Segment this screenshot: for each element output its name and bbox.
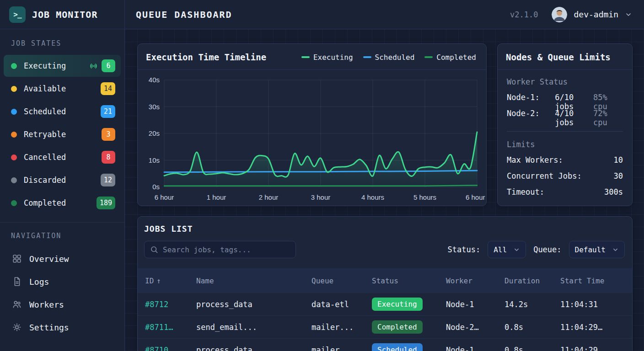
legend-item-scheduled[interactable]: Scheduled bbox=[363, 53, 415, 62]
status-badge: Completed bbox=[372, 320, 423, 334]
users-icon bbox=[12, 299, 22, 309]
sidebar-item-scheduled[interactable]: Scheduled21 bbox=[4, 101, 121, 122]
status-badge: Scheduled bbox=[372, 343, 423, 351]
state-count-badge: 14 bbox=[101, 82, 115, 95]
queue-filter-select[interactable]: Default bbox=[569, 241, 625, 258]
limit-row: Timeout:300s bbox=[507, 187, 623, 203]
status-badge: Executing bbox=[372, 298, 423, 311]
worker-cpu: 72% cpu bbox=[593, 109, 623, 127]
app-brand: >_ JOB MONITOR bbox=[0, 0, 125, 29]
state-dot bbox=[11, 109, 17, 115]
state-count-badge: 6 bbox=[102, 59, 115, 72]
svg-text:2 hour: 2 hour bbox=[259, 193, 279, 201]
job-worker: Node-1 bbox=[446, 346, 504, 351]
worker-name: Node-2: bbox=[507, 109, 547, 118]
nav-label: Logs bbox=[29, 277, 49, 287]
state-label: Cancelled bbox=[24, 153, 66, 162]
job-id-link[interactable]: #8710 bbox=[145, 346, 196, 351]
timeline-chart-canvas: 0s10s20s30s40s6 hour1 hour2 hour3 hour4 … bbox=[139, 73, 485, 204]
column-header-queue[interactable]: Queue bbox=[311, 277, 372, 285]
sidebar-item-retryable[interactable]: Retryable3 bbox=[4, 123, 121, 145]
sidebar-item-logs[interactable]: Logs bbox=[0, 270, 124, 293]
column-header-worker[interactable]: Worker bbox=[446, 277, 504, 285]
legend-label: Scheduled bbox=[375, 53, 415, 62]
job-duration: 0.8s bbox=[504, 323, 560, 332]
avatar[interactable] bbox=[552, 7, 567, 22]
limit-label: Timeout: bbox=[507, 187, 544, 197]
svg-text:40s: 40s bbox=[149, 76, 160, 84]
column-header-duration[interactable]: Duration bbox=[504, 277, 560, 285]
limit-row: Max Workers:10 bbox=[507, 155, 623, 171]
svg-text:6 hours: 6 hours bbox=[466, 193, 485, 201]
nav-label: Overview bbox=[29, 254, 69, 264]
limits-header: Limits bbox=[507, 140, 623, 149]
app-root: >_ JOB MONITOR QUEUE DASHBOARD v2.1.0 de… bbox=[0, 0, 644, 351]
worker-jobs: 4/10 jobs bbox=[555, 109, 593, 127]
column-header-status[interactable]: Status bbox=[372, 277, 446, 285]
table-row[interactable]: #8711…send_email...mailer...CompletedNod… bbox=[138, 316, 632, 339]
job-start-time: 11:04:29 bbox=[560, 346, 625, 351]
svg-text:10s: 10s bbox=[149, 156, 160, 164]
job-queue: mailer bbox=[311, 346, 372, 351]
sidebar-item-workers[interactable]: Workers bbox=[0, 293, 124, 316]
legend-item-completed[interactable]: Completed bbox=[424, 53, 476, 62]
terminal-icon: >_ bbox=[13, 10, 21, 19]
job-states-header: JOB STATES bbox=[11, 39, 124, 48]
legend-item-executing[interactable]: Executing bbox=[301, 53, 353, 62]
nav-label: Workers bbox=[29, 300, 64, 309]
state-right: 3 bbox=[102, 128, 115, 141]
navigation-header: NAVIGATION bbox=[11, 232, 124, 240]
chart-legend: ExecutingScheduledCompleted bbox=[301, 53, 476, 62]
worker-status-header: Worker Status bbox=[507, 77, 623, 86]
nodes-limits-card: Nodes & Queue Limits Worker Status Node-… bbox=[497, 43, 633, 206]
sidebar-item-discarded[interactable]: Discarded12 bbox=[4, 169, 121, 191]
sidebar-item-overview[interactable]: Overview bbox=[0, 247, 124, 270]
column-header-start-time[interactable]: Start Time bbox=[560, 277, 625, 285]
main-content: Execution Time Timeline ExecutingSchedul… bbox=[125, 29, 644, 351]
job-status-cell: Executing bbox=[372, 298, 446, 311]
column-header-name[interactable]: Name bbox=[196, 277, 311, 285]
state-right: 12 bbox=[101, 174, 115, 186]
state-label: Retryable bbox=[24, 130, 66, 139]
limit-value: 300s bbox=[604, 187, 623, 197]
svg-text:4 hours: 4 hours bbox=[361, 193, 384, 201]
worker-status-row: Node-1:6/10 jobs85% cpu bbox=[507, 93, 623, 109]
state-count-badge: 3 bbox=[102, 128, 115, 141]
topbar-right: v2.1.0 dev-admin bbox=[510, 7, 644, 22]
navigation-list: OverviewLogsWorkersSettings bbox=[0, 247, 124, 339]
state-label: Discarded bbox=[24, 176, 66, 185]
sidebar-item-cancelled[interactable]: Cancelled8 bbox=[4, 146, 121, 168]
job-id-link[interactable]: #8712 bbox=[145, 300, 196, 309]
limits-list: Max Workers:10Concurrent Jobs:30Timeout:… bbox=[507, 155, 623, 203]
job-id-link[interactable]: #8711… bbox=[145, 323, 196, 332]
live-broadcast-icon bbox=[89, 62, 98, 70]
state-right: 189 bbox=[97, 197, 115, 209]
sidebar-item-settings[interactable]: Settings bbox=[0, 316, 124, 339]
table-row[interactable]: #8712process_datadata-etlExecutingNode-1… bbox=[138, 293, 632, 316]
sidebar-item-completed[interactable]: Completed189 bbox=[4, 192, 121, 214]
nodes-divider bbox=[507, 131, 623, 132]
sidebar-item-available[interactable]: Available14 bbox=[4, 78, 121, 100]
chevron-down-icon bbox=[612, 246, 619, 253]
job-queue: mailer... bbox=[311, 323, 372, 332]
sidebar-item-executing[interactable]: Executing6 bbox=[4, 55, 121, 77]
search-box bbox=[144, 241, 296, 258]
table-row[interactable]: #8710process_datamailerScheduledNode-10.… bbox=[138, 339, 632, 351]
job-name: send_email... bbox=[196, 323, 311, 332]
user-menu[interactable]: dev-admin bbox=[574, 10, 618, 19]
job-status-cell: Completed bbox=[372, 320, 446, 334]
sidebar-divider bbox=[0, 222, 124, 223]
state-dot bbox=[11, 132, 17, 138]
jobs-list-card: JOBS LIST Status:AllQueue:Default ID↑Nam… bbox=[137, 216, 633, 351]
worker-status-list: Node-1:6/10 jobs85% cpuNode-2:4/10 jobs7… bbox=[507, 93, 623, 125]
grid-icon bbox=[12, 254, 22, 264]
limit-value: 30 bbox=[614, 171, 623, 181]
state-right: 14 bbox=[101, 82, 115, 95]
column-header-id[interactable]: ID↑ bbox=[145, 277, 196, 285]
search-input[interactable] bbox=[163, 245, 290, 254]
worker-cpu: 85% cpu bbox=[593, 93, 623, 111]
status-filter-select[interactable]: All bbox=[488, 241, 526, 258]
legend-label: Executing bbox=[313, 53, 353, 62]
jobs-table-body: #8712process_datadata-etlExecutingNode-1… bbox=[138, 293, 632, 351]
svg-text:6 hour: 6 hour bbox=[155, 193, 174, 201]
